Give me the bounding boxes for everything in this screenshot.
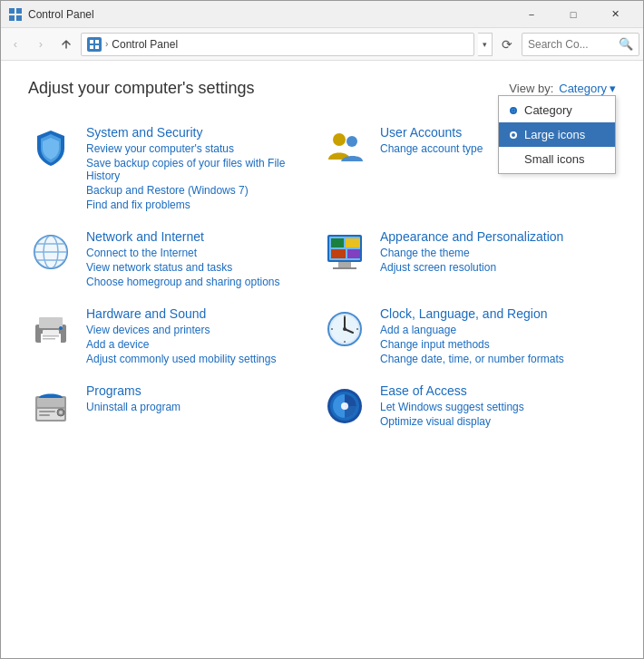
svg-rect-30 [43,338,55,340]
hardware-sound-title[interactable]: Hardware and Sound [86,306,322,321]
window-icon [8,7,23,22]
network-link-2[interactable]: Choose homegroup and sharing options [86,276,322,288]
system-link-3[interactable]: Find and fix problems [86,199,322,211]
appearance-link-0[interactable]: Change the theme [380,247,616,259]
dropdown-item-category[interactable]: Category [499,98,615,122]
up-button[interactable] [55,34,77,55]
svg-rect-4 [90,40,93,44]
svg-rect-27 [43,330,59,335]
view-dropdown-menu: Category Large icons Small icons [498,95,616,174]
view-by-button[interactable]: Category ▾ [559,82,616,95]
current-view-label: Category [559,82,607,95]
category-system-security: System and Security Review your computer… [28,116,322,220]
dropdown-small-icons-label: Small icons [524,152,584,166]
dropdown-chevron-icon: ▾ [610,82,616,95]
title-bar: Control Panel − □ ✕ [1,1,643,28]
appearance-icon [322,229,367,275]
search-input[interactable] [528,38,615,51]
minimize-button[interactable]: − [511,1,552,28]
system-link-2[interactable]: Backup and Restore (Windows 7) [86,184,322,197]
hardware-link-1[interactable]: Add a device [86,338,322,351]
window: Control Panel − □ ✕ ‹ › › Co [0,0,644,659]
breadcrumb: › Control Panel [81,33,474,56]
category-appearance: Appearance and Personalization Change th… [322,220,616,297]
svg-rect-20 [331,249,346,258]
svg-rect-6 [90,45,93,49]
dropdown-category-label: Category [524,103,572,117]
address-dropdown-button[interactable]: ▾ [478,33,493,56]
user-accounts-icon [322,125,367,170]
svg-rect-25 [39,317,63,328]
category-ease-of-access: Ease of Access Let Windows suggest setti… [322,374,616,438]
category-hardware-sound: Hardware and Sound View devices and prin… [28,297,322,374]
network-link-0[interactable]: Connect to the Internet [86,247,322,259]
back-button[interactable]: ‹ [5,34,26,55]
svg-rect-22 [338,262,351,267]
clock-link-1[interactable]: Change input methods [380,338,616,351]
dropdown-large-icons-label: Large icons [524,128,585,141]
clock-language-links: Add a language Change input methods Chan… [380,324,616,365]
ease-link-1[interactable]: Optimize visual display [380,415,616,428]
search-box[interactable]: 🔍 [522,33,639,56]
hardware-sound-icon [28,306,73,352]
hardware-link-2[interactable]: Adjust commonly used mobility settings [86,353,322,365]
programs-title[interactable]: Programs [86,383,322,398]
window-controls: − □ ✕ [511,1,636,28]
maximize-button[interactable]: □ [552,1,594,28]
refresh-button[interactable]: ⟳ [496,34,518,55]
svg-point-35 [343,327,346,331]
programs-icon [28,383,73,429]
page-title: Adjust your computer's settings [28,79,255,98]
ease-link-0[interactable]: Let Windows suggest settings [380,401,616,413]
clock-link-0[interactable]: Add a language [380,324,616,336]
radio-large-icons [510,131,517,139]
network-internet-title[interactable]: Network and Internet [86,229,322,244]
programs-text: Programs Uninstall a program [86,383,322,413]
hardware-sound-links: View devices and printers Add a device A… [86,324,322,365]
view-by-dropdown: Category ▾ Category Large icons [559,82,616,95]
system-link-0[interactable]: Review your computer's status [86,142,322,155]
dropdown-item-small-icons[interactable]: Small icons [499,147,615,171]
svg-rect-0 [9,8,15,14]
ease-of-access-icon [322,383,367,429]
svg-rect-3 [16,15,22,21]
dropdown-item-large-icons[interactable]: Large icons [499,122,615,147]
programs-link-0[interactable]: Uninstall a program [86,401,322,413]
appearance-text: Appearance and Personalization Change th… [380,229,616,274]
breadcrumb-icon [87,37,102,52]
hardware-link-0[interactable]: View devices and printers [86,324,322,336]
clock-language-icon [322,306,367,352]
svg-rect-7 [95,45,99,49]
svg-rect-29 [43,335,59,337]
appearance-title[interactable]: Appearance and Personalization [380,229,616,244]
system-security-title[interactable]: System and Security [86,125,322,140]
svg-point-44 [59,411,63,414]
radio-small-icons [510,156,517,163]
appearance-link-1[interactable]: Adjust screen resolution [380,261,616,274]
forward-button[interactable]: › [30,34,52,55]
network-link-1[interactable]: View network status and tasks [86,261,322,274]
svg-rect-19 [346,238,360,247]
svg-point-9 [346,136,357,147]
svg-point-50 [341,402,348,410]
clock-language-text: Clock, Language, and Region Add a langua… [380,306,616,365]
svg-point-8 [333,133,346,146]
close-button[interactable]: ✕ [594,1,636,28]
address-bar: ‹ › › Control Panel ▾ ⟳ 🔍 [1,28,643,61]
page-header: Adjust your computer's settings View by:… [28,79,616,98]
svg-point-15 [34,236,67,268]
hardware-sound-text: Hardware and Sound View devices and prin… [86,306,322,365]
svg-point-28 [59,326,63,330]
svg-rect-45 [39,411,55,412]
radio-category [510,107,517,114]
system-link-1[interactable]: Save backup copies of your files with Fi… [86,157,322,182]
network-internet-text: Network and Internet Connect to the Inte… [86,229,322,288]
breadcrumb-text: Control Panel [112,38,178,51]
clock-language-title[interactable]: Clock, Language, and Region [380,306,616,321]
programs-links: Uninstall a program [86,401,322,413]
ease-of-access-title[interactable]: Ease of Access [380,383,616,398]
category-programs: Programs Uninstall a program [28,374,322,438]
system-security-text: System and Security Review your computer… [86,125,322,211]
clock-link-2[interactable]: Change date, time, or number formats [380,353,616,365]
svg-rect-21 [347,249,360,258]
